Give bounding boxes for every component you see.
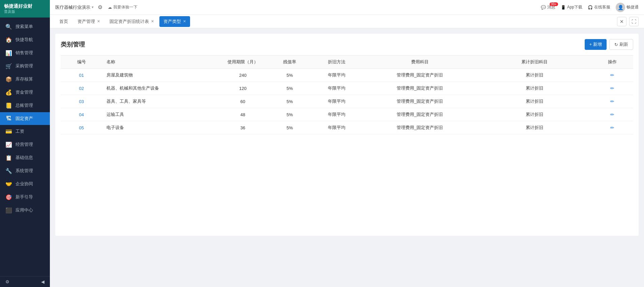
table-row: 01 房屋及建筑物 240 5% 年限平均 管理费用_固定资产折旧 累计折旧 ✏ bbox=[61, 69, 633, 82]
cloud-icon: ☁ bbox=[108, 5, 112, 10]
new-button[interactable]: + 新增 bbox=[585, 39, 607, 50]
sidebar-item-sales[interactable]: 📊销售管理 bbox=[0, 46, 50, 60]
cell-method: 年限平均 bbox=[310, 95, 362, 108]
edit-icon[interactable]: ✏ bbox=[610, 86, 614, 91]
edit-icon[interactable]: ✏ bbox=[610, 112, 614, 117]
sidebar-logo-text: 畅捷通好业财 bbox=[4, 3, 32, 9]
cell-no: 05 bbox=[61, 121, 102, 134]
user-icon: 👤 bbox=[618, 5, 623, 10]
col-header-rate: 残值率 bbox=[269, 56, 311, 69]
sidebar-edition: 普及版 bbox=[4, 9, 32, 14]
chevron-down-icon: ▾ bbox=[92, 5, 94, 9]
sidebar-item-ledger[interactable]: 📒总账管理 bbox=[0, 99, 50, 112]
tab-fixed-asset-table[interactable]: 固定资产折旧统计表 ✕ bbox=[105, 16, 158, 27]
edit-icon[interactable]: ✏ bbox=[610, 99, 614, 104]
sidebar-nav: 🔍搜索菜单🏠快捷导航📊销售管理🛒采购管理📦库存核算💰资金管理📒总账管理🏗固定资产… bbox=[0, 18, 50, 276]
cell-expense: 管理费用_固定资产折旧 bbox=[363, 121, 477, 134]
expand-tab-button[interactable]: ⛶ bbox=[629, 17, 639, 26]
row-no-link[interactable]: 03 bbox=[79, 99, 84, 104]
cell-depreciation: 累计折旧 bbox=[477, 121, 592, 134]
nav-label-enterprise: 企业协同 bbox=[16, 181, 33, 187]
close-icon[interactable]: ✕ bbox=[183, 19, 186, 24]
header-actions: + 新增 ↻ 刷新 bbox=[585, 39, 633, 50]
sidebar-item-newbie[interactable]: 🎯新手引导 bbox=[0, 191, 50, 204]
home-tab-label: 首页 bbox=[59, 19, 68, 25]
row-no-link[interactable]: 05 bbox=[79, 125, 84, 130]
cell-rate: 5% bbox=[269, 108, 311, 121]
cell-no: 03 bbox=[61, 95, 102, 108]
col-header-expense: 费用科目 bbox=[363, 56, 477, 69]
nav-label-funds: 资金管理 bbox=[16, 89, 33, 95]
nav-icon-purchase: 🛒 bbox=[5, 63, 12, 69]
col-header-no: 编号 bbox=[61, 56, 102, 69]
sidebar-header[interactable]: 畅捷通好业财 普及版 bbox=[0, 0, 50, 18]
sidebar-item-app-center[interactable]: ⬛应用中心 bbox=[0, 204, 50, 217]
nav-label-app-center: 应用中心 bbox=[16, 207, 33, 213]
sidebar-footer: ⚙ ◀ bbox=[0, 276, 50, 287]
row-no-link[interactable]: 02 bbox=[79, 86, 84, 91]
content-area: 类别管理 + 新增 ↻ 刷新 编号 名称 使用期限（月） 残值率 bbox=[50, 28, 644, 287]
gear-icon[interactable]: ⚙ bbox=[98, 4, 102, 10]
experience-label: 我要体验一下 bbox=[113, 4, 137, 10]
nav-icon-basic-info: 📋 bbox=[5, 155, 12, 161]
collapse-icon[interactable]: ◀ bbox=[41, 279, 44, 284]
tab-home[interactable]: 首页 bbox=[55, 16, 72, 27]
nav-label-system: 系统管理 bbox=[16, 168, 33, 174]
nav-icon-ledger: 📒 bbox=[5, 102, 12, 109]
nav-icon-app-center: ⬛ bbox=[5, 207, 12, 214]
sidebar-item-quick-nav[interactable]: 🏠快捷导航 bbox=[0, 33, 50, 46]
sidebar-item-salary[interactable]: 💳工资 bbox=[0, 125, 50, 138]
sidebar-item-fixed-assets[interactable]: 🏗固定资产 bbox=[0, 112, 50, 125]
table-row: 04 运输工具 48 5% 年限平均 管理费用_固定资产折旧 累计折旧 ✏ bbox=[61, 108, 633, 121]
app-download-button[interactable]: 📱 App下载 bbox=[561, 4, 582, 10]
sidebar-item-basic-info[interactable]: 📋基础信息 bbox=[0, 151, 50, 164]
close-icon[interactable]: ✕ bbox=[151, 19, 154, 24]
sidebar: 畅捷通好业财 普及版 🔍搜索菜单🏠快捷导航📊销售管理🛒采购管理📦库存核算💰资金管… bbox=[0, 0, 50, 287]
nav-label-newbie: 新手引导 bbox=[16, 194, 33, 200]
company-selector[interactable]: 医疗器械行业演示 ▾ bbox=[55, 4, 94, 10]
message-button[interactable]: 💬 消息 99 bbox=[541, 4, 555, 10]
sidebar-item-purchase[interactable]: 🛒采购管理 bbox=[0, 60, 50, 73]
experience-button[interactable]: ☁ 我要体验一下 bbox=[108, 4, 137, 10]
cell-rate: 5% bbox=[269, 82, 311, 95]
sidebar-item-funds[interactable]: 💰资金管理 bbox=[0, 86, 50, 99]
col-header-action: 操作 bbox=[591, 56, 633, 69]
table-row: 05 电子设备 36 5% 年限平均 管理费用_固定资产折旧 累计折旧 ✏ bbox=[61, 121, 633, 134]
tab-asset-mgmt[interactable]: 资产管理 ✕ bbox=[73, 16, 104, 27]
table-header-row: 编号 名称 使用期限（月） 残值率 折旧方法 费用科目 累计折旧科目 操作 bbox=[61, 56, 633, 69]
row-no-link[interactable]: 04 bbox=[79, 112, 84, 117]
page-title: 类别管理 bbox=[61, 40, 85, 49]
nav-icon-system: 🔧 bbox=[5, 168, 12, 174]
close-tab-button[interactable]: ✕ bbox=[617, 17, 626, 26]
cell-expense: 管理费用_固定资产折旧 bbox=[363, 95, 477, 108]
cell-method: 年限平均 bbox=[310, 121, 362, 134]
cell-rate: 5% bbox=[269, 69, 311, 82]
row-no-link[interactable]: 01 bbox=[79, 73, 84, 78]
refresh-button[interactable]: ↻ 刷新 bbox=[609, 39, 633, 50]
tab-asset-type[interactable]: 资产类型 ✕ bbox=[159, 16, 190, 27]
cell-action: ✏ bbox=[591, 95, 633, 108]
sidebar-item-search[interactable]: 🔍搜索菜单 bbox=[0, 20, 50, 33]
asset-mgmt-tab-label: 资产管理 bbox=[78, 19, 95, 25]
cell-rate: 5% bbox=[269, 95, 311, 108]
user-menu[interactable]: 👤 畅捷通 bbox=[616, 3, 639, 12]
cell-action: ✏ bbox=[591, 82, 633, 95]
cell-name: 机器、机械和其他生产设备 bbox=[102, 82, 217, 95]
mobile-icon: 📱 bbox=[561, 5, 566, 10]
nav-icon-operations: 📈 bbox=[5, 141, 12, 148]
edit-icon[interactable]: ✏ bbox=[610, 125, 614, 130]
settings-icon[interactable]: ⚙ bbox=[5, 279, 9, 284]
cell-action: ✏ bbox=[591, 108, 633, 121]
sidebar-item-system[interactable]: 🔧系统管理 bbox=[0, 164, 50, 178]
sidebar-item-enterprise[interactable]: 🤝企业协同 bbox=[0, 178, 50, 191]
customer-service-button[interactable]: 🎧 在线客服 bbox=[588, 4, 610, 10]
cell-expense: 管理费用_固定资产折旧 bbox=[363, 108, 477, 121]
cell-no: 02 bbox=[61, 82, 102, 95]
sidebar-item-inventory[interactable]: 📦库存核算 bbox=[0, 73, 50, 86]
close-icon[interactable]: ✕ bbox=[97, 19, 100, 24]
cell-expense: 管理费用_固定资产折旧 bbox=[363, 82, 477, 95]
nav-label-basic-info: 基础信息 bbox=[16, 155, 33, 161]
headset-icon: 🎧 bbox=[588, 5, 593, 10]
sidebar-item-operations[interactable]: 📈经营管理 bbox=[0, 138, 50, 151]
edit-icon[interactable]: ✏ bbox=[610, 72, 614, 78]
